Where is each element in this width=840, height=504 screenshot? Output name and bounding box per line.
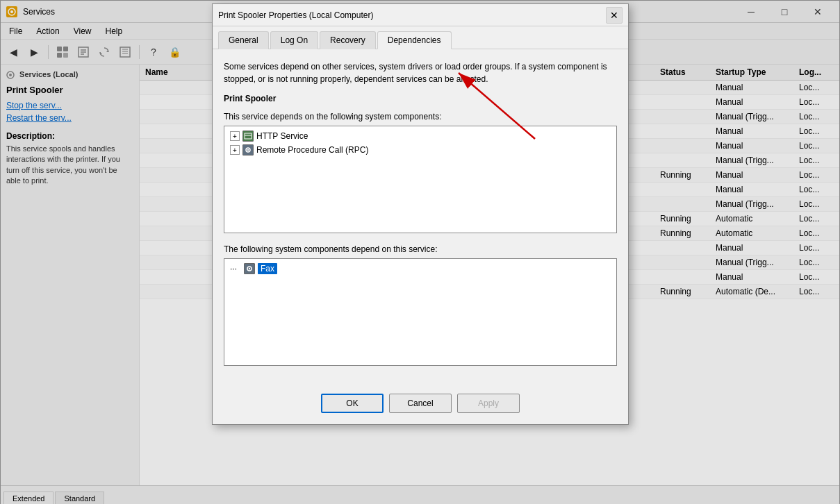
depends-on-label: This service depends on the following sy… <box>224 112 617 121</box>
properties-dialog: Print Spooler Properties (Local Computer… <box>212 3 629 425</box>
rpc-service-label: Remote Procedure Call (RPC) <box>256 145 368 155</box>
dialog-tab-bar: General Log On Recovery Dependencies <box>213 26 628 49</box>
svg-point-21 <box>247 149 249 151</box>
tree-expander-rpc[interactable]: + <box>230 145 240 155</box>
tab-dependencies[interactable]: Dependencies <box>377 31 452 49</box>
cancel-button[interactable]: Cancel <box>389 394 452 413</box>
dialog-title: Print Spooler Properties (Local Computer… <box>218 10 606 20</box>
tab-recovery[interactable]: Recovery <box>320 31 376 49</box>
fax-service-label: Fax <box>258 263 277 274</box>
depended-by-label: The following system components depend o… <box>224 244 617 254</box>
apply-button[interactable]: Apply <box>457 394 520 413</box>
dialog-content: Some services depend on other services, … <box>213 49 628 388</box>
svg-point-23 <box>249 268 250 269</box>
dialog-buttons: OK Cancel Apply <box>213 388 628 424</box>
tree-item-rpc[interactable]: + Remote Procedure Call (RPC) <box>227 143 613 157</box>
rpc-service-icon <box>242 144 254 156</box>
svg-rect-18 <box>245 133 252 139</box>
fax-service-icon <box>244 263 255 274</box>
fax-indent: ··· <box>230 264 241 274</box>
info-text: Some services depend on other services, … <box>224 60 617 85</box>
tree-expander-http[interactable]: + <box>230 131 240 141</box>
depends-on-tree[interactable]: + HTTP Service + Remote Proced <box>224 126 617 233</box>
dialog-close-button[interactable]: ✕ <box>606 7 623 24</box>
fax-tree-item[interactable]: ··· Fax <box>227 262 613 276</box>
tab-general[interactable]: General <box>218 31 269 49</box>
service-label: Print Spooler <box>224 94 617 103</box>
dialog-titlebar: Print Spooler Properties (Local Computer… <box>213 4 628 26</box>
http-service-icon <box>242 131 254 142</box>
tree-item-http[interactable]: + HTTP Service <box>227 129 613 143</box>
depended-by-tree[interactable]: ··· Fax <box>224 258 617 366</box>
tab-logon[interactable]: Log On <box>270 31 318 49</box>
ok-button[interactable]: OK <box>321 394 384 413</box>
http-service-label: HTTP Service <box>256 131 308 141</box>
